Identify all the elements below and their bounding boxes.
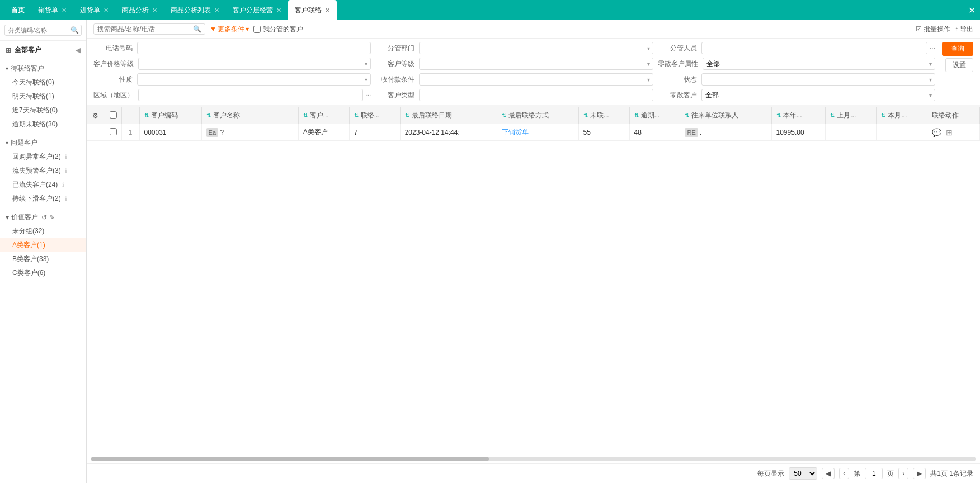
- nav-tab-4[interactable]: 客户分层经营 ✕: [226, 0, 288, 20]
- region-input[interactable]: [138, 89, 363, 101]
- dept-select[interactable]: [419, 42, 653, 54]
- col-this-year[interactable]: ⇅本年...: [771, 107, 826, 124]
- sidebar-pending-title[interactable]: ▾ 待联络客户: [0, 61, 86, 75]
- col-no-contact[interactable]: ⇅未联...: [578, 107, 629, 124]
- customer-level-select[interactable]: [419, 58, 653, 70]
- close-all-icon[interactable]: ✕: [968, 5, 976, 16]
- sidebar-value-title[interactable]: ▾ 价值客户 ↺ ✎: [0, 210, 86, 224]
- sidebar-item-lost[interactable]: 已流失客户(24) ℹ: [0, 178, 86, 192]
- manager-input[interactable]: [701, 42, 927, 54]
- sidebar-item-7days[interactable]: 近7天待联络(0): [0, 103, 86, 117]
- batch-op-icon: ☑: [916, 25, 922, 33]
- sidebar-item-loss-warning[interactable]: 流失预警客户(3) ℹ: [0, 164, 86, 178]
- sidebar-item-today[interactable]: 今天待联络(0): [0, 75, 86, 89]
- chat-icon[interactable]: 💬: [932, 128, 941, 137]
- price-level-select[interactable]: [138, 58, 371, 70]
- row-visit-contact: RE .: [680, 124, 771, 141]
- last-page-btn[interactable]: ▶: [913, 468, 926, 479]
- info-icon-0: ℹ: [65, 154, 67, 160]
- scrollbar-area: [87, 454, 980, 463]
- sidebar-item-a-class[interactable]: A类客户(1): [0, 238, 86, 252]
- col-type[interactable]: ⇅客户...: [298, 107, 349, 124]
- scatter-attr-select[interactable]: 全部: [703, 58, 935, 70]
- customer-type-input[interactable]: [419, 89, 653, 101]
- row-code: 000031: [139, 124, 201, 141]
- nav-tab-1[interactable]: 进货单 ✕: [73, 0, 115, 20]
- prev-page-btn[interactable]: ‹: [839, 468, 849, 479]
- next-page-btn[interactable]: ›: [898, 468, 908, 479]
- export-btn[interactable]: ↑ 导出: [955, 25, 973, 34]
- manager-dots-icon[interactable]: ···: [930, 44, 935, 52]
- search-bar: 🔍: [93, 23, 205, 35]
- last-method-link[interactable]: 下销货单: [502, 128, 529, 136]
- sort-overdue-icon: ⇅: [634, 112, 639, 119]
- nature-select[interactable]: [137, 73, 371, 86]
- qr-icon[interactable]: ⊞: [946, 128, 953, 137]
- close-tab-3-icon[interactable]: ✕: [214, 7, 219, 14]
- settings-button[interactable]: 设置: [945, 58, 973, 72]
- col-last-method[interactable]: ⇅最后联络方式: [497, 107, 578, 124]
- row-last-date: 2023-04-12 14:44:: [400, 124, 497, 141]
- row-checkbox[interactable]: [110, 128, 117, 135]
- sidebar-problem-title[interactable]: ▾ 问题客户: [0, 136, 86, 150]
- sidebar-all-customers[interactable]: ⊞ 全部客户 ◀: [0, 41, 86, 59]
- scatter-customer-select[interactable]: 全部: [701, 89, 935, 101]
- search-submit-icon[interactable]: 🔍: [193, 25, 201, 33]
- edit-icon[interactable]: ✎: [49, 214, 55, 221]
- payment-select-wrap: [419, 73, 653, 86]
- sidebar-item-c-class[interactable]: C类客户(6): [0, 266, 86, 280]
- col-this-month[interactable]: ⇅本月...: [877, 107, 927, 124]
- close-tab-5-icon[interactable]: ✕: [325, 7, 330, 14]
- close-tab-0-icon[interactable]: ✕: [62, 7, 67, 14]
- per-page-select[interactable]: 50 10 20 100: [789, 467, 817, 480]
- row-last-method[interactable]: 下销货单: [497, 124, 578, 141]
- col-name[interactable]: ⇅客户名称: [201, 107, 298, 124]
- sidebar-item-ungroup[interactable]: 未分组(32): [0, 224, 86, 238]
- filter-scatter-customer: 零散客户 全部: [658, 89, 935, 101]
- batch-op-btn[interactable]: ☑ 批量操作: [916, 25, 950, 34]
- region-label: 区域（地区）: [93, 91, 134, 100]
- search-input[interactable]: [97, 25, 193, 33]
- name-tag: Ea: [206, 128, 218, 137]
- sidebar-item-overdue[interactable]: 逾期未联络(30): [0, 117, 86, 131]
- col-gear[interactable]: ⚙: [87, 107, 105, 124]
- info-icon-1: ℹ: [65, 168, 67, 174]
- status-select[interactable]: [701, 73, 935, 86]
- current-page-input[interactable]: 1: [865, 468, 883, 479]
- sort-code-icon: ⇅: [144, 112, 149, 119]
- horizontal-scrollbar[interactable]: [91, 457, 976, 461]
- close-tab-1-icon[interactable]: ✕: [103, 7, 109, 14]
- first-page-btn[interactable]: ◀: [822, 468, 835, 479]
- my-customer-checkbox[interactable]: [253, 26, 261, 33]
- query-button[interactable]: 查询: [942, 42, 973, 56]
- close-tab-2-icon[interactable]: ✕: [152, 7, 157, 14]
- col-last-date[interactable]: ⇅最后联络日期: [400, 107, 497, 124]
- extended-filter: 电话号码 分管部门 分管人员 ···: [87, 39, 980, 105]
- nav-tab-2[interactable]: 商品分析 ✕: [115, 0, 164, 20]
- phone-input[interactable]: [137, 42, 371, 54]
- filter-row-3: 性质 收付款条件 状态: [93, 73, 935, 86]
- sidebar-search-icon[interactable]: 🔍: [70, 26, 79, 34]
- close-tab-4-icon[interactable]: ✕: [276, 7, 281, 14]
- collapse-sidebar-icon[interactable]: ◀: [76, 46, 81, 54]
- region-dots-icon[interactable]: ···: [365, 91, 371, 99]
- col-overdue[interactable]: ⇅逾期...: [629, 107, 680, 124]
- nav-home[interactable]: 首页: [4, 0, 31, 20]
- col-visit-contact[interactable]: ⇅往来单位联系人: [680, 107, 771, 124]
- col-last-month[interactable]: ⇅上月...: [826, 107, 877, 124]
- sidebar-item-tomorrow[interactable]: 明天待联络(1): [0, 89, 86, 103]
- refresh-icon[interactable]: ↺: [41, 214, 47, 221]
- col-contact-count[interactable]: ⇅联络...: [349, 107, 400, 124]
- col-code[interactable]: ⇅客户编码: [139, 107, 201, 124]
- payment-select[interactable]: [419, 73, 653, 86]
- more-filter-btn[interactable]: ▼ 更多条件 ▾: [210, 25, 249, 34]
- customer-table-container: ⚙ ⇅客户编码 ⇅客户名称 ⇅客户... ⇅联络... ⇅最后联络日期 ⇅最后联…: [87, 107, 980, 454]
- sidebar-item-repurchase[interactable]: 回购异常客户(2) ℹ: [0, 150, 86, 164]
- select-all-checkbox[interactable]: [110, 111, 117, 119]
- sidebar-item-declining[interactable]: 持续下滑客户(2) ℹ: [0, 192, 86, 206]
- pending-arrow-icon: ▾: [6, 65, 8, 72]
- nav-tab-5[interactable]: 客户联络 ✕: [288, 0, 337, 20]
- nav-tab-0[interactable]: 销货单 ✕: [31, 0, 73, 20]
- nav-tab-3[interactable]: 商品分析列表 ✕: [164, 0, 226, 20]
- sidebar-item-b-class[interactable]: B类客户(33): [0, 252, 86, 266]
